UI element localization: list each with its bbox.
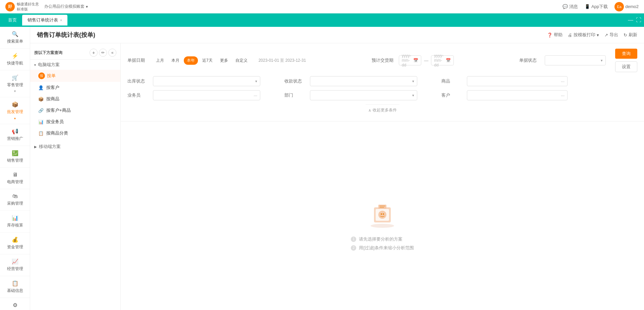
page-actions: ❓ 帮助 🖨 按模板打印 ▾ ↗ 导出 ↻ 刷新 (547, 32, 637, 38)
date-last-month[interactable]: 上月 (153, 56, 167, 65)
product-select[interactable]: ··· (467, 76, 568, 86)
scheme-item-by-category[interactable]: 📋 按商品分类 (30, 127, 120, 139)
calendar-start-icon[interactable]: 📅 (413, 58, 418, 63)
template-print-button[interactable]: 🖨 按模板打印 ▾ (568, 32, 599, 38)
help-icon: ❓ (547, 33, 552, 38)
scheme-custprod-icon: 🔗 (38, 108, 44, 113)
date-this-month[interactable]: 本月 (168, 56, 182, 65)
sidebar-item-retail[interactable]: 🛒 零售管理 ▾ (0, 70, 30, 97)
download-icon: 📱 (585, 4, 590, 9)
delivery-date-end-input[interactable]: yyyy-mm-dd 📅 (431, 55, 453, 65)
right-panel: 单据日期 上月 本月 本年 近7天 更多 自定义 2023-01-01 至 20… (121, 43, 644, 310)
tab-bar: 首页 销售订单统计表 × — ⛶ (0, 13, 644, 27)
filter-row-2: 出库状态 ▾ 收款状态 ▾ 商品 (127, 76, 637, 86)
svg-point-5 (383, 213, 384, 215)
sidebar-item-search[interactable]: 🔍 搜索菜单 (0, 27, 30, 49)
filter-row-3: 业务员 ··· 部门 ▾ 客户 (127, 90, 637, 100)
sidebar-item-finance[interactable]: 💰 资金管理 (0, 232, 30, 254)
query-button[interactable]: 查询 (615, 49, 637, 59)
mobile-section-header[interactable]: ▶ 移动端方案 (30, 142, 120, 152)
tab-minimize-icon[interactable]: — (628, 17, 633, 23)
delivery-status-select[interactable]: ▾ (153, 76, 260, 86)
delivery-status-arrow-icon: ▾ (255, 79, 257, 84)
expected-delivery-inputs: yyyy-mm-dd 📅 — yyyy-mm-dd 📅 (399, 55, 454, 65)
scheme-item-by-customer[interactable]: 👤 按客户 (30, 82, 120, 93)
sidebar-item-quicknav[interactable]: ⚡ 快捷导航 (0, 49, 30, 70)
workspace-selector[interactable]: 办公用品行业模拟账套 ▾ (42, 4, 91, 9)
tab-home[interactable]: 首页 (3, 15, 22, 25)
payment-status-label: 收款状态 (284, 78, 305, 84)
expected-delivery-label: 预计交货期 (372, 57, 393, 63)
settings-button[interactable]: 设置 (615, 61, 637, 72)
doc-status-select[interactable]: ▾ (545, 55, 606, 65)
basicinfo-icon: 📋 (12, 280, 18, 287)
customer-select[interactable]: ··· (467, 90, 568, 100)
sidebar-item-wholesale[interactable]: 📦 批发管理 ▴ (0, 97, 30, 124)
wholesale-arrow-icon: ▴ (14, 116, 16, 120)
sidebar-item-purchase[interactable]: 🛍 采购管理 (0, 189, 30, 211)
tab-sales-order-stats[interactable]: 销售订单统计表 × (22, 15, 67, 25)
date-shortcuts: 上月 本月 本年 近7天 更多 自定义 (153, 56, 251, 65)
payment-status-arrow-icon: ▾ (412, 79, 414, 84)
app-download-button[interactable]: 📱 App下载 (585, 4, 608, 10)
product-more-icon[interactable]: ··· (561, 79, 565, 84)
scheme-item-by-order[interactable]: 按 按单 (30, 70, 120, 82)
collapse-filter-button[interactable]: ∧ 收起更多条件 (366, 104, 399, 116)
empty-tip-2: 2 用[过滤]条件来缩小分析范围 (351, 245, 414, 251)
sidebar-item-inventory[interactable]: 📊 库存核算 (0, 211, 30, 232)
payment-status-select[interactable]: ▾ (310, 76, 417, 86)
sidebar-item-system[interactable]: ⚙ 系统管理 (0, 298, 30, 310)
sidebar-item-sales[interactable]: 💹 销售管理 (0, 146, 30, 168)
scheme-product-icon: 📦 (38, 97, 44, 102)
date-more[interactable]: 更多 (217, 56, 231, 65)
tip-1-text: 请先选择要分析的方案 (359, 236, 402, 242)
calendar-end-icon[interactable]: 📅 (446, 58, 451, 63)
date-last-7days[interactable]: 近7天 (199, 56, 216, 65)
scheme-category-icon: 📋 (38, 131, 44, 136)
help-button[interactable]: ❓ 帮助 (547, 32, 562, 38)
date-range-text: 2023-01-01 至 2023-12-31 (259, 58, 306, 63)
pc-section-header[interactable]: ▾ 电脑端方案 (30, 60, 120, 70)
svg-point-0 (371, 224, 394, 228)
edit-scheme-button[interactable]: ✏ (99, 49, 107, 57)
user-menu[interactable]: Ea demo2 (614, 2, 639, 11)
scheme-item-by-salesperson[interactable]: 📊 按业务员 (30, 116, 120, 127)
scheme-active-icon: 按 (38, 72, 45, 79)
scheme-item-by-cust-prod[interactable]: 🔗 按客户+商品 (30, 105, 120, 116)
tab-close-icon[interactable]: × (60, 18, 62, 22)
empty-tip-1: 1 请先选择要分析的方案 (351, 236, 414, 242)
filter-area: 单据日期 上月 本月 本年 近7天 更多 自定义 2023-01-01 至 20… (121, 43, 644, 121)
delivery-date-start-input[interactable]: yyyy-mm-dd 📅 (399, 55, 421, 65)
collapse-panel-button[interactable]: « (108, 49, 116, 57)
salesperson-label: 业务员 (127, 92, 148, 98)
salesperson-more-icon[interactable]: ··· (254, 93, 257, 98)
tab-maximize-icon[interactable]: ⛶ (636, 17, 641, 23)
message-button[interactable]: 💬 消息 (562, 4, 578, 10)
sidebar-item-operations[interactable]: 📈 经营管理 (0, 254, 30, 276)
add-scheme-button[interactable]: + (90, 49, 98, 57)
sidebar-item-basicinfo[interactable]: 📋 基础信息 (0, 276, 30, 298)
scheme-item-by-product[interactable]: 📦 按商品 (30, 93, 120, 105)
sidebar: 🔍 搜索菜单 ⚡ 快捷导航 🛒 零售管理 ▾ 📦 批发管理 ▴ 📢 营销推广 💹… (0, 27, 30, 310)
search-icon: 🔍 (12, 31, 18, 37)
salesperson-select[interactable]: ··· (153, 90, 260, 100)
scheme-salesperson-icon: 📊 (38, 119, 44, 124)
date-this-year[interactable]: 本年 (184, 56, 198, 65)
date-custom[interactable]: 自定义 (232, 56, 251, 65)
collapse-area: ∧ 收起更多条件 (127, 104, 637, 116)
doc-status-label: 单据状态 (519, 57, 539, 63)
mobile-section-arrow-icon: ▶ (34, 145, 37, 149)
sidebar-item-marketing[interactable]: 📢 营销推广 (0, 124, 30, 146)
department-select[interactable]: ▾ (310, 90, 417, 100)
sidebar-item-ecommerce[interactable]: 🖥 电商管理 (0, 168, 30, 189)
refresh-button[interactable]: ↻ 刷新 (624, 32, 637, 38)
customer-more-icon[interactable]: ··· (561, 93, 565, 98)
finance-icon: 💰 (12, 237, 18, 243)
export-button[interactable]: ↗ 导出 (604, 32, 618, 38)
customer-label: 客户 (441, 92, 462, 98)
empty-tips: 1 请先选择要分析的方案 2 用[过滤]条件来缩小分析范围 (351, 236, 414, 251)
workspace-arrow-icon: ▾ (86, 4, 88, 9)
system-icon: ⚙ (13, 302, 17, 308)
logo-text: 畅捷通好生意 标准版 (17, 2, 39, 11)
tip-2-num: 2 (351, 245, 356, 251)
